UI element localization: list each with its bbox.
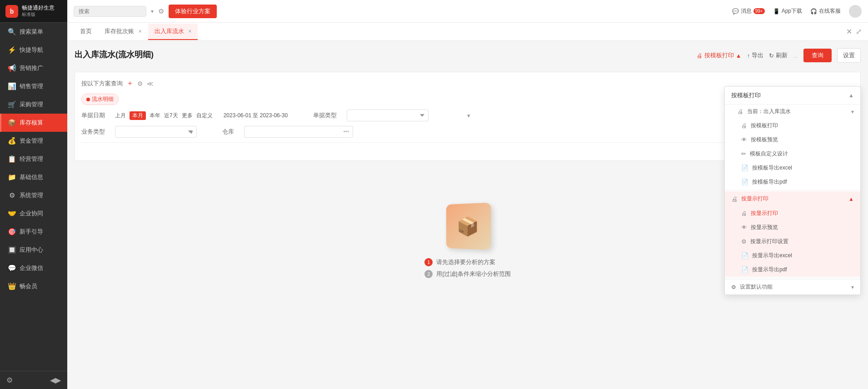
toolbar-more: ... (793, 52, 798, 59)
settings-button[interactable]: 设置 (837, 48, 861, 63)
date-more[interactable]: 更多 (182, 112, 193, 120)
template-design-icon: ✏ (741, 150, 746, 157)
sidebar-item-basic[interactable]: 📁 基础信息 (0, 168, 67, 186)
tab-flow-label: 出入库流水 (155, 28, 184, 35)
sidebar-item-inventory[interactable]: 📦 库存核算 (0, 114, 67, 132)
sidebar-item-operations[interactable]: 📋 经营管理 (0, 150, 67, 168)
header-search-input[interactable] (74, 6, 146, 17)
warehouse-input[interactable]: ••• (244, 126, 353, 138)
maximize-button[interactable]: ⤢ (856, 27, 862, 36)
logo-sub: 标准版 (22, 11, 55, 18)
filter-gear-button[interactable]: ⚙ (137, 80, 143, 87)
online-service-button[interactable]: 🎧 在线客服 (810, 7, 841, 15)
dropdown-footer-divider (725, 278, 860, 278)
refresh-button[interactable]: ↻ 刷新 (769, 51, 788, 60)
tab-flow-close[interactable]: × (188, 28, 191, 35)
dropdown-display-preview[interactable]: 👁 按显示预览 (725, 220, 860, 234)
message-button[interactable]: 💬 消息 99+ (732, 7, 765, 15)
sidebar-item-shortcut[interactable]: ⚡ 快捷导航 (0, 41, 67, 59)
print-dropdown-panel: 按模板打印 ▲ 🖨 当前：出入库流水 ▾ 🖨 按模板打印 👁 按模板预览 ✏ 模… (724, 86, 861, 295)
dropdown-template-pdf[interactable]: 📄 按模板导出pdf (725, 175, 860, 189)
doc-type-select[interactable] (347, 110, 429, 121)
header-chevron-icon[interactable]: ▾ (151, 8, 154, 15)
dropdown-display-settings[interactable]: ⚙ 按显示打印设置 (725, 234, 860, 249)
trial-button[interactable]: 体验行业方案 (169, 5, 217, 18)
sidebar-item-label: 应用中心 (20, 246, 43, 254)
dropdown-display-excel[interactable]: 📄 按显示导出excel (725, 249, 860, 263)
dropdown-template-print[interactable]: 🖨 按模板打印 (725, 119, 860, 133)
tab-batch-label: 库存批次账 (105, 28, 134, 35)
dropdown-template-design[interactable]: ✏ 模板自定义设计 (725, 147, 860, 161)
sidebar-item-apps[interactable]: 🔲 应用中心 (0, 241, 67, 259)
template-excel-icon: 📄 (741, 165, 748, 171)
sidebar-bottom: ⚙ ◀▶ (0, 371, 67, 389)
date-last-7days[interactable]: 近7天 (164, 112, 178, 120)
dropdown-template-preview[interactable]: 👁 按模板预览 (725, 133, 860, 147)
sidebar-item-collab[interactable]: 🤝 企业协同 (0, 204, 67, 223)
query-button[interactable]: 查询 (803, 49, 832, 62)
header-gear-icon[interactable]: ⚙ (158, 7, 164, 15)
business-type-label: 业务类型 (81, 128, 105, 136)
tab-home[interactable]: 首页 (74, 24, 98, 40)
sidebar-nav: 🔍 搜索菜单 ⚡ 快捷导航 📢 营销推广 📊 销售管理 🛒 采购管理 📦 库存核… (0, 23, 67, 371)
close-all-tabs-button[interactable]: ✕ (846, 27, 852, 36)
footer-label: 设置默认功能 (740, 283, 773, 291)
tab-batch-close[interactable]: × (139, 28, 142, 35)
dropdown-footer[interactable]: ⚙ 设置默认功能 ▾ (725, 279, 860, 294)
sidebar-item-purchase[interactable]: 🛒 采购管理 (0, 95, 67, 114)
search-icon: 🔍 (8, 28, 16, 36)
sidebar-item-sales[interactable]: 📊 销售管理 (0, 77, 67, 95)
sidebar-item-member[interactable]: 👑 畅会员 (0, 277, 67, 295)
filter-tag[interactable]: 流水明细 (81, 94, 119, 105)
filter-tag-label: 流水明细 (92, 95, 114, 103)
sidebar-item-marketing[interactable]: 📢 营销推广 (0, 59, 67, 77)
footer-chevron-icon: ▾ (851, 284, 854, 290)
date-last-month[interactable]: 上月 (115, 112, 126, 120)
sidebar-item-label: 经营管理 (20, 155, 43, 163)
tab-flow[interactable]: 出入库流水 × (148, 24, 198, 40)
filter-add-button[interactable]: ＋ (126, 79, 134, 88)
dropdown-display-print[interactable]: 🖨 按显示打印 (725, 206, 860, 220)
dropdown-template-excel[interactable]: 📄 按模板导出excel (725, 161, 860, 175)
sidebar-toggle-icon[interactable]: ◀▶ (50, 376, 61, 384)
tab-home-label: 首页 (80, 28, 92, 35)
sidebar-item-label: 库存核算 (20, 119, 43, 127)
export-button[interactable]: ↑ 导出 (747, 51, 764, 60)
dropdown-chevron-up-icon[interactable]: ▲ (848, 92, 854, 99)
display-section-icon: 🖨 (731, 195, 738, 203)
display-preview-icon: 👁 (741, 224, 747, 231)
business-type-select[interactable] (115, 126, 197, 138)
print-template-button[interactable]: 🖨 按模板打印 ▲ (697, 51, 742, 60)
date-this-month[interactable]: 本月 (130, 111, 146, 120)
collab-icon: 🤝 (8, 209, 16, 218)
filter-collapse-button[interactable]: ≪ (147, 80, 154, 87)
footer-settings-icon: ⚙ (731, 284, 736, 290)
display-excel-label: 按显示导出excel (752, 252, 792, 259)
date-this-year[interactable]: 本年 (150, 112, 160, 120)
sidebar-item-finance[interactable]: 💰 资金管理 (0, 132, 67, 150)
print-template-label: 按模板打印 (704, 51, 734, 60)
sidebar-item-search[interactable]: 🔍 搜索菜单 (0, 23, 67, 41)
marketing-icon: 📢 (8, 64, 16, 72)
online-service-label: 在线客服 (819, 7, 841, 15)
sales-icon: 📊 (8, 82, 16, 90)
sidebar-item-wechat[interactable]: 💬 企业微信 (0, 259, 67, 277)
app-download-button[interactable]: 📱 App下载 (773, 7, 802, 15)
user-avatar[interactable] (849, 5, 862, 18)
template-preview-label: 按模板预览 (751, 136, 778, 144)
template-pdf-label: 按模板导出pdf (752, 178, 787, 186)
export-icon: ↑ (747, 52, 750, 59)
current-chevron-icon: ▾ (851, 109, 854, 115)
sidebar-item-system[interactable]: ⚙ 系统管理 (0, 186, 67, 204)
tab-batch[interactable]: 库存批次账 × (98, 24, 148, 40)
wechat-icon: 💬 (8, 264, 16, 272)
dropdown-display-section-header[interactable]: 🖨 按显示打印 ▲ (725, 191, 860, 206)
date-custom[interactable]: 自定义 (196, 112, 213, 120)
empty-step-1: 1 请先选择要分析的方案 (424, 258, 510, 266)
page-content: 出入库流水(流水明细) 🖨 按模板打印 ▲ ↑ 导出 ↻ 刷新 ... 查询 设… (67, 41, 868, 389)
settings-gear-icon[interactable]: ⚙ (6, 376, 13, 384)
sidebar-item-guide[interactable]: 🎯 新手引导 (0, 223, 67, 241)
export-label: 导出 (752, 51, 763, 60)
lightning-icon: ⚡ (8, 46, 16, 54)
dropdown-display-pdf[interactable]: 📄 按显示导出pdf (725, 263, 860, 277)
